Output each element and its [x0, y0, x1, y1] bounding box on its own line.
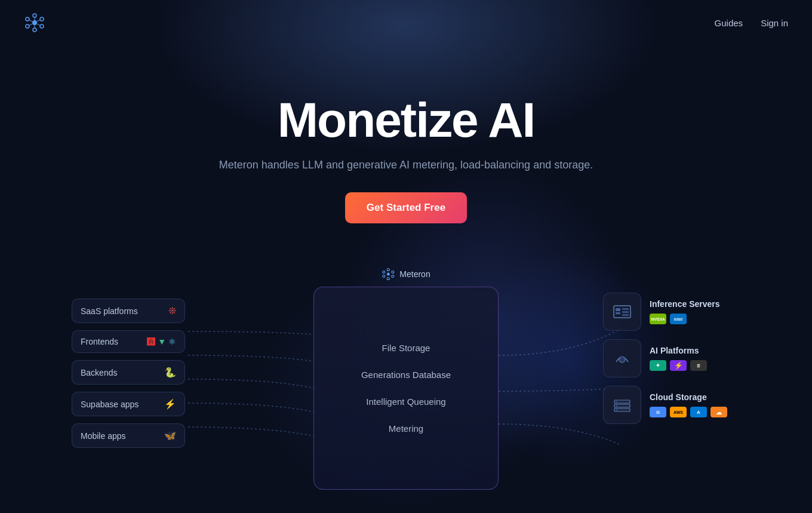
svg-point-1 [33, 14, 36, 17]
ai-platforms-info: AI Platforms ✦ ⚡ ≡ [650, 346, 707, 371]
svg-point-32 [616, 410, 617, 411]
svg-line-10 [37, 24, 40, 26]
ai-platforms-logos: ✦ ⚡ ≡ [650, 360, 707, 371]
cloud-storage-logos: G AWS A ☁ [650, 407, 727, 417]
right-items: Inference Servers NVIDIA intel AI Platfo… [603, 293, 740, 424]
gcp-badge: G [650, 407, 666, 417]
cloud-storage-card: Cloud Storage G AWS A ☁ [603, 386, 740, 424]
svg-point-31 [616, 406, 617, 407]
svg-point-26 [619, 357, 625, 363]
svg-point-5 [26, 24, 29, 28]
aws-badge: AWS [670, 407, 687, 417]
svg-line-9 [29, 20, 32, 22]
meteron-label: Meteron [382, 268, 430, 281]
center-box: File Storage Generations Database Intell… [313, 287, 499, 490]
left-item-backends: Backends 🐍 [72, 360, 185, 385]
left-item-supabase: Supabase apps ⚡ [72, 392, 185, 416]
lightning-badge: ⚡ [670, 360, 687, 371]
left-item-frontends-label: Frontends [81, 337, 118, 346]
svg-point-30 [616, 401, 617, 403]
inference-info: Inference Servers NVIDIA intel [650, 299, 720, 324]
cloud-storage-title: Cloud Storage [650, 392, 727, 402]
react-icon: ⚛ [168, 337, 176, 346]
ai-platforms-title: AI Platforms [650, 346, 707, 355]
intel-badge: intel [670, 314, 687, 324]
svg-rect-23 [622, 308, 629, 310]
svg-rect-22 [616, 312, 620, 314]
inference-title: Inference Servers [650, 299, 720, 309]
svg-point-19 [392, 275, 394, 278]
svg-point-3 [26, 17, 29, 21]
nvidia-badge: NVIDIA [650, 314, 666, 324]
ai-platforms-card: AI Platforms ✦ ⚡ ≡ [603, 339, 740, 377]
meteron-label-text: Meteron [399, 269, 430, 279]
left-item-mobile: Mobile apps 🦋 [72, 423, 185, 448]
left-item-frontends: Frontends 🅰 ▼ ⚛ [72, 330, 185, 353]
meteron-logo-small [382, 268, 395, 281]
angular-icon: 🅰 [147, 337, 155, 346]
left-item-backends-label: Backends [81, 368, 117, 377]
svg-line-11 [29, 24, 32, 26]
svg-point-16 [383, 271, 385, 274]
hero-subtitle: Meteron handles LLM and generative AI me… [0, 159, 812, 171]
left-item-supabase-label: Supabase apps [81, 400, 139, 409]
center-item-3: Metering [389, 423, 423, 434]
openai-badge: ✦ [650, 360, 666, 371]
diagram-area: Meteron File Storage Generations Databas… [0, 263, 812, 513]
logo-icon [24, 12, 45, 33]
cloud-storage-icon [603, 386, 641, 424]
svg-point-0 [32, 20, 37, 25]
svg-point-13 [387, 273, 390, 276]
azure-badge: A [690, 407, 707, 417]
cta-button[interactable]: Get Started Free [345, 192, 467, 223]
svg-point-15 [387, 278, 389, 280]
python-icon: 🐍 [164, 367, 176, 378]
vue-icon: ▼ [158, 337, 166, 346]
center-item-0: File Storage [382, 343, 430, 353]
ai-platforms-icon [603, 339, 641, 377]
cloud-storage-info: Cloud Storage G AWS A ☁ [650, 392, 727, 417]
svg-line-12 [37, 20, 40, 22]
replicate-badge: ≡ [690, 360, 707, 371]
logo [24, 12, 45, 33]
inference-logos: NVIDIA intel [650, 314, 720, 324]
nav-links: Guides Sign in [715, 18, 788, 28]
svg-point-4 [40, 17, 44, 21]
svg-rect-24 [622, 311, 629, 313]
cloudflare-badge: ☁ [710, 407, 727, 417]
left-items: SaaS platforms ❊ Frontends 🅰 ▼ ⚛ Backend… [72, 299, 185, 448]
hero-section: Monetize AI Meteron handles LLM and gene… [0, 45, 812, 223]
left-item-mobile-label: Mobile apps [81, 431, 126, 441]
svg-point-6 [40, 24, 44, 28]
left-item-saas-label: SaaS platforms [81, 306, 138, 316]
supabase-icon: ⚡ [164, 398, 176, 410]
left-item-saas-icon: ❊ [168, 305, 176, 317]
inference-icon [603, 293, 641, 331]
frontends-icons: 🅰 ▼ ⚛ [147, 337, 176, 346]
flutter-icon: 🦋 [164, 430, 176, 441]
left-item-saas: SaaS platforms ❊ [72, 299, 185, 323]
center-item-2: Intelligent Queueing [366, 397, 445, 407]
svg-point-14 [387, 269, 389, 271]
svg-point-17 [392, 271, 394, 274]
svg-rect-21 [616, 308, 620, 311]
svg-point-18 [383, 275, 385, 278]
signin-link[interactable]: Sign in [761, 18, 788, 28]
hero-title: Monetize AI [0, 93, 812, 147]
inference-servers-card: Inference Servers NVIDIA intel [603, 293, 740, 331]
svg-point-2 [33, 28, 36, 32]
svg-rect-25 [622, 314, 629, 316]
guides-link[interactable]: Guides [715, 18, 743, 28]
center-item-1: Generations Database [361, 370, 451, 380]
